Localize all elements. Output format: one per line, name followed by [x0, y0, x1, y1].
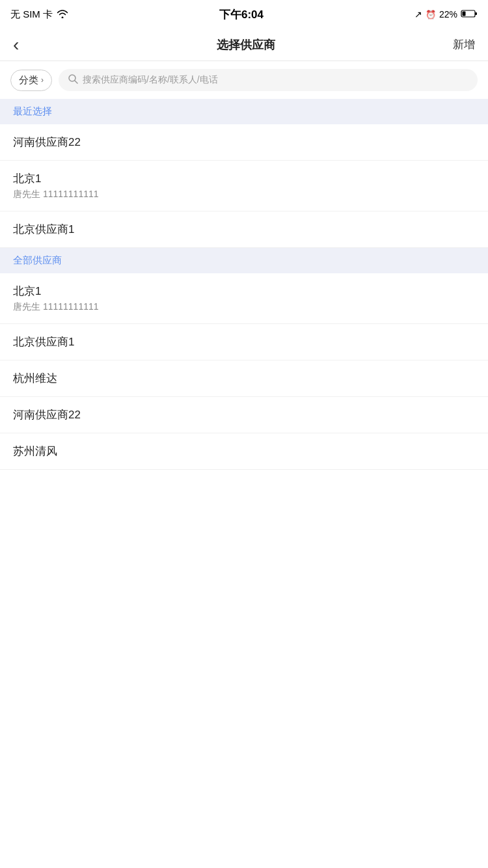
back-button[interactable]: ‹: [13, 36, 39, 54]
svg-line-4: [75, 81, 77, 83]
item-sub: 唐先生 11111111111: [13, 301, 475, 313]
recent-section-header: 最近选择: [0, 99, 488, 124]
list-item[interactable]: 杭州维达: [0, 360, 488, 397]
status-bar: 无 SIM 卡 下午6:04 ↗ ⏰ 22%: [0, 0, 488, 29]
status-time: 下午6:04: [219, 7, 264, 22]
item-name: 苏州清风: [13, 444, 475, 459]
item-name: 北京1: [13, 284, 475, 299]
search-placeholder: 搜索供应商编码/名称/联系人/电话: [83, 74, 218, 86]
status-left: 无 SIM 卡: [10, 8, 68, 21]
item-name: 北京供应商1: [13, 222, 475, 237]
list-item[interactable]: 北京1 唐先生 11111111111: [0, 161, 488, 211]
list-item[interactable]: 河南供应商22: [0, 397, 488, 433]
item-name: 杭州维达: [13, 371, 475, 386]
back-icon: ‹: [13, 36, 19, 54]
svg-rect-1: [475, 12, 477, 15]
svg-rect-2: [462, 11, 465, 16]
category-label: 分类: [19, 74, 38, 87]
search-icon: [68, 74, 78, 87]
recent-list: 河南供应商22 北京1 唐先生 11111111111 北京供应商1: [0, 124, 488, 248]
location-icon: ↗: [414, 9, 422, 20]
page-title: 选择供应商: [217, 37, 275, 53]
all-list: 北京1 唐先生 11111111111 北京供应商1 杭州维达 河南供应商22 …: [0, 273, 488, 470]
recent-section-label: 最近选择: [13, 105, 52, 116]
list-item[interactable]: 北京供应商1: [0, 324, 488, 360]
list-item[interactable]: 北京1 唐先生 11111111111: [0, 273, 488, 324]
item-name: 北京1: [13, 171, 475, 186]
search-input[interactable]: 搜索供应商编码/名称/联系人/电话: [59, 69, 478, 91]
filter-bar: 分类 › 搜索供应商编码/名称/联系人/电话: [0, 61, 488, 99]
nav-bar: ‹ 选择供应商 新增: [0, 29, 488, 61]
chevron-right-icon: ›: [41, 75, 44, 85]
list-item[interactable]: 北京供应商1: [0, 211, 488, 248]
list-item[interactable]: 苏州清风: [0, 433, 488, 470]
alarm-icon: ⏰: [426, 10, 436, 20]
item-name: 北京供应商1: [13, 334, 475, 349]
wifi-icon: [57, 9, 68, 20]
item-sub: 唐先生 11111111111: [13, 189, 475, 200]
all-section-label: 全部供应商: [13, 254, 62, 265]
add-button[interactable]: 新增: [453, 37, 475, 52]
all-section-header: 全部供应商: [0, 248, 488, 273]
sim-label: 无 SIM 卡: [10, 8, 53, 21]
battery-icon: [461, 9, 478, 20]
item-name: 河南供应商22: [13, 135, 475, 150]
battery-percentage: 22%: [439, 9, 457, 20]
item-name: 河南供应商22: [13, 407, 475, 422]
list-item[interactable]: 河南供应商22: [0, 124, 488, 161]
category-button[interactable]: 分类 ›: [10, 70, 52, 91]
status-right: ↗ ⏰ 22%: [414, 9, 478, 20]
